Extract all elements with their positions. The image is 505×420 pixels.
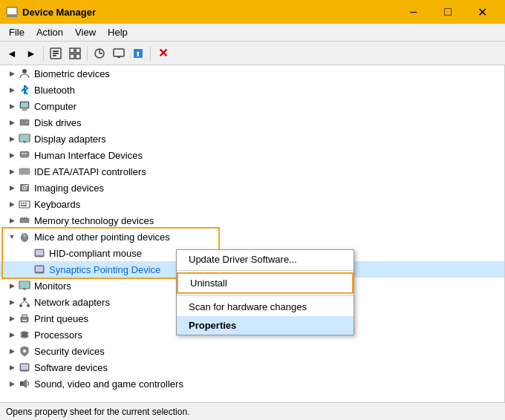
device-icon-synaptics [33, 263, 46, 276]
device-label-software: Software devices [34, 362, 108, 373]
tree-item-mice[interactable]: Mice and other pointing devices [0, 229, 504, 245]
svg-line-62 [25, 301, 28, 304]
expand-arrow-security[interactable] [6, 345, 18, 357]
device-label-hid-mouse: HID-compliant mouse [49, 248, 142, 259]
device-icon-sound [18, 377, 31, 390]
device-icon-disk [18, 116, 31, 129]
toolbar-separator-1 [43, 46, 44, 61]
tree-item-sound[interactable]: Sound, video and game controllers [0, 375, 504, 392]
toolbar: ◄ ► ⬆ [0, 42, 505, 65]
tree-item-keyboards[interactable]: Keyboards [0, 196, 504, 212]
status-text: Opens property sheet for the current sel… [6, 407, 189, 417]
close-button[interactable]: ✕ [465, 0, 499, 24]
tree-item-bluetooth[interactable]: Bluetooth [0, 82, 504, 98]
tree-item-ide[interactable]: IDE ATA/ATAPI controllers [0, 163, 504, 180]
svg-rect-20 [22, 109, 27, 111]
device-label-hid: Human Interface Devices [34, 150, 143, 161]
expand-arrow-print[interactable] [6, 312, 18, 324]
menu-action[interactable]: Action [30, 25, 69, 39]
device-label-disk: Disk drives [34, 117, 82, 128]
svg-marker-76 [23, 379, 27, 388]
tree-item-memory[interactable]: Memory technology devices [0, 212, 504, 229]
device-icon-bluetooth [18, 83, 31, 96]
expand-arrow-ide[interactable] [6, 165, 18, 177]
svg-rect-5 [53, 55, 56, 56]
context-menu-item-properties[interactable]: Properties [177, 316, 354, 335]
expand-arrow-software[interactable] [6, 361, 18, 373]
svg-rect-41 [25, 203, 27, 204]
tree-item-security[interactable]: Security devices [0, 343, 504, 359]
svg-rect-4 [53, 53, 59, 54]
expand-arrow-memory[interactable] [6, 214, 18, 226]
tree-item-computer[interactable]: Computer [0, 98, 504, 114]
expand-arrow-sound[interactable] [6, 378, 18, 390]
maximize-button[interactable]: □ [431, 0, 465, 24]
svg-point-49 [23, 234, 26, 236]
svg-rect-6 [70, 48, 74, 53]
context-menu-item-uninstall[interactable]: Uninstall [177, 272, 354, 294]
tree-item-biometric[interactable]: Biometric devices [0, 65, 504, 82]
device-tree[interactable]: Biometric devicesBluetoothComputerDisk d… [0, 65, 505, 402]
svg-point-72 [23, 350, 26, 352]
device-icon-mice [18, 230, 31, 243]
device-label-sound: Sound, video and game controllers [34, 378, 183, 390]
svg-rect-3 [53, 50, 59, 52]
driver-update-button[interactable]: ⬆ [129, 45, 147, 62]
expand-arrow-processors[interactable] [6, 329, 18, 341]
collapse-button[interactable] [66, 45, 84, 62]
svg-rect-29 [22, 153, 24, 154]
device-label-imaging: Imaging devices [34, 183, 104, 194]
forward-button[interactable]: ► [22, 45, 40, 62]
expand-arrow-network[interactable] [6, 296, 18, 308]
properties-button[interactable] [47, 45, 65, 62]
tree-item-display[interactable]: Display adapters [0, 131, 504, 147]
toolbar-separator-3 [150, 46, 151, 61]
menu-file[interactable]: File [3, 25, 30, 39]
svg-rect-64 [22, 315, 27, 318]
context-menu-item-update[interactable]: Update Driver Software... [177, 250, 354, 269]
context-menu-item-scan[interactable]: Scan for hardware changes [177, 298, 354, 316]
minimize-button[interactable]: – [397, 0, 431, 24]
tree-item-disk[interactable]: Disk drives [0, 114, 504, 131]
tree-item-hid[interactable]: Human Interface Devices [0, 147, 504, 163]
title-bar: Device Manager – □ ✕ [0, 0, 505, 24]
context-menu-separator [177, 270, 354, 271]
scan-button[interactable] [91, 45, 108, 62]
back-button[interactable]: ◄ [3, 45, 21, 62]
menu-bar: File Action View Help [0, 24, 505, 42]
device-label-network: Network adapters [34, 297, 110, 308]
uninstall-button[interactable]: ✕ [154, 45, 172, 62]
device-label-print: Print queues [34, 313, 88, 324]
context-menu-separator-2 [177, 295, 354, 296]
expand-arrow-disk[interactable] [6, 117, 18, 128]
device-icon-processors [18, 328, 31, 341]
svg-rect-74 [21, 364, 28, 370]
device-label-security: Security devices [34, 346, 105, 357]
expand-arrow-mice[interactable] [6, 231, 18, 243]
expand-arrow-biometric[interactable] [6, 68, 18, 79]
context-menu: Update Driver Software...UninstallScan f… [176, 249, 354, 335]
device-icon-security [18, 344, 31, 358]
expand-arrow-imaging[interactable] [6, 182, 18, 194]
main-area: Biometric devicesBluetoothComputerDisk d… [0, 65, 505, 402]
device-label-memory: Memory technology devices [34, 215, 154, 226]
tree-item-software[interactable]: Software devices [0, 359, 504, 375]
device-label-biometric: Biometric devices [34, 68, 110, 79]
device-label-processors: Processors [34, 329, 82, 341]
svg-point-18 [22, 69, 27, 73]
device-icon-display [18, 132, 31, 145]
expand-arrow-keyboards[interactable] [6, 198, 18, 210]
expand-arrow-computer[interactable] [6, 100, 18, 112]
expand-arrow-bluetooth[interactable] [6, 84, 18, 96]
tree-item-imaging[interactable]: Imaging devices [0, 180, 504, 196]
menu-view[interactable]: View [69, 25, 102, 39]
svg-rect-46 [26, 217, 27, 219]
expand-arrow-hid[interactable] [6, 149, 18, 161]
svg-line-61 [21, 301, 25, 304]
svg-point-59 [19, 304, 22, 307]
expand-arrow-display[interactable] [6, 133, 18, 145]
svg-rect-25 [20, 135, 29, 141]
expand-arrow-monitors[interactable] [6, 280, 18, 292]
monitor-button[interactable] [110, 45, 128, 62]
menu-help[interactable]: Help [102, 25, 134, 39]
